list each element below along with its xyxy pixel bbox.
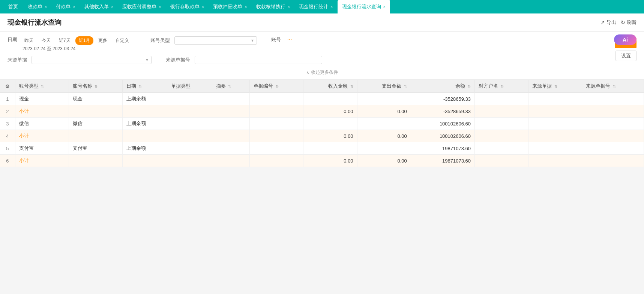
cell-expense: 0.00 <box>357 155 411 167</box>
row-index: 1 <box>0 93 15 105</box>
cell-source-doc-no <box>582 130 644 142</box>
close-tab-7-icon[interactable]: × <box>330 4 333 9</box>
source-doc-no-input[interactable] <box>195 56 322 64</box>
close-tab-4-icon[interactable]: × <box>202 4 204 9</box>
nav-tab-0[interactable]: 收款单 × <box>23 0 51 13</box>
cell-balance: -3528659.33 <box>411 105 474 118</box>
cell-balance: -3528659.33 <box>411 93 474 105</box>
cell-counterpart <box>475 142 528 155</box>
col-doc-no[interactable]: 单据编号 ⇅ <box>250 80 303 93</box>
col-counterpart[interactable]: 对方户名 ⇅ <box>475 80 528 93</box>
close-tab-8-icon[interactable]: × <box>383 4 386 9</box>
close-tab-1-icon[interactable]: × <box>73 4 75 9</box>
cell-source-doc-no <box>582 105 644 118</box>
ai-button[interactable]: Ai <box>614 34 636 45</box>
nav-tab-4[interactable]: 银行存取款单 × <box>166 0 209 13</box>
close-tab-5-icon[interactable]: × <box>245 4 247 9</box>
table-row[interactable]: 2 小计 0.00 0.00 -3528659.33 <box>0 105 644 118</box>
cell-account-name <box>69 155 122 167</box>
collapse-up-icon: ∧ <box>306 70 309 75</box>
cell-counterpart <box>475 155 528 167</box>
date-btn-yesterday[interactable]: 昨天 <box>21 36 37 45</box>
cell-date: 上期余额 <box>122 142 167 155</box>
date-btn-more[interactable]: 更多 <box>95 36 111 45</box>
cell-source-doc <box>528 93 582 105</box>
sort-date-icon: ⇅ <box>139 84 142 88</box>
account-type-select[interactable]: ▾ <box>174 36 257 45</box>
cell-expense <box>357 118 411 130</box>
cell-date: 上期余额 <box>122 118 167 130</box>
date-btn-1month[interactable]: 近1月 <box>75 36 94 45</box>
close-tab-0-icon[interactable]: × <box>45 4 47 9</box>
cell-income: 0.00 <box>303 130 357 142</box>
cell-balance: 100102606.60 <box>411 130 474 142</box>
table-header-row: ⚙ 账号类型 ⇅ 账号名称 ⇅ 日期 ⇅ 单据类型 摘要 <box>0 80 644 93</box>
sort-counterpart-icon: ⇅ <box>501 84 504 88</box>
nav-tab-3[interactable]: 应收应付调整单 × <box>118 0 165 13</box>
collapse-bar[interactable]: ∧ 收起更多条件 <box>8 69 636 76</box>
col-balance[interactable]: 余额 ⇅ <box>411 80 474 93</box>
date-options: 昨天 今天 近7天 近1月 更多 自定义 <box>21 36 132 45</box>
cell-summary <box>212 155 250 167</box>
close-tab-3-icon[interactable]: × <box>159 4 161 9</box>
nav-home[interactable]: 首页 <box>3 3 23 10</box>
col-account-type[interactable]: 账号类型 ⇅ <box>15 80 69 93</box>
cell-account-type: 现金 <box>15 93 69 105</box>
cell-income <box>303 93 357 105</box>
nav-tab-2[interactable]: 其他收入单 × <box>80 0 118 13</box>
col-income[interactable]: 收入金额 ⇅ <box>303 80 357 93</box>
cell-account-type: 小计 <box>15 105 69 118</box>
cell-counterpart <box>475 93 528 105</box>
row-index: 4 <box>0 130 15 142</box>
cell-doc-no <box>250 142 303 155</box>
cell-doc-no <box>250 105 303 118</box>
cell-doc-no <box>250 93 303 105</box>
date-btn-custom[interactable]: 自定义 <box>112 36 132 45</box>
date-btn-7days[interactable]: 近7天 <box>56 36 74 45</box>
nav-tab-1[interactable]: 付款单 × <box>51 0 80 13</box>
table-row[interactable]: 3 微信 微信 上期余额 100102606.60 <box>0 118 644 130</box>
col-expense[interactable]: 支出金额 ⇅ <box>357 80 411 93</box>
cell-date <box>122 130 167 142</box>
cell-source-doc <box>528 118 582 130</box>
col-doc-type[interactable]: 单据类型 <box>167 80 212 93</box>
col-summary[interactable]: 摘要 ⇅ <box>212 80 250 93</box>
table-row[interactable]: 1 现金 现金 上期余额 -3528659.33 <box>0 93 644 105</box>
cell-date <box>122 155 167 167</box>
table-row[interactable]: 6 小计 0.00 0.00 19871073.60 <box>0 155 644 167</box>
cell-balance: 100102606.60 <box>411 118 474 130</box>
cell-doc-type <box>167 118 212 130</box>
nav-tab-6[interactable]: 收款核销执行 × <box>252 0 294 13</box>
table-row[interactable]: 4 小计 0.00 0.00 100102606.60 <box>0 130 644 142</box>
nav-tab-7[interactable]: 现金银行统计 × <box>294 0 337 13</box>
nav-tab-5[interactable]: 预收冲应收单 × <box>209 0 251 13</box>
close-tab-6-icon[interactable]: × <box>288 4 290 9</box>
source-doc-chevron-icon: ▾ <box>146 57 148 63</box>
cell-expense: 0.00 <box>357 105 411 118</box>
col-source-doc-no[interactable]: 来源单据号 ⇅ <box>582 80 644 93</box>
cell-doc-type <box>167 155 212 167</box>
col-date[interactable]: 日期 ⇅ <box>122 80 167 93</box>
sort-doc-no-icon: ⇅ <box>276 84 279 88</box>
source-doc-select[interactable]: ▾ <box>32 56 152 64</box>
cell-counterpart <box>475 105 528 118</box>
account-dots-button[interactable]: ··· <box>285 36 293 43</box>
col-source-doc[interactable]: 来源单据 ⇅ <box>528 80 582 93</box>
cell-doc-type <box>167 142 212 155</box>
cell-income: 0.00 <box>303 155 357 167</box>
settings-button[interactable]: 设置 <box>615 51 636 61</box>
cell-summary <box>212 142 250 155</box>
cell-expense <box>357 142 411 155</box>
nav-tab-8[interactable]: 现金银行流水查询 × <box>338 0 390 13</box>
export-button[interactable]: ↗ 导出 <box>600 19 616 26</box>
column-settings-icon[interactable]: ⚙ <box>0 80 15 93</box>
col-account-name[interactable]: 账号名称 ⇅ <box>69 80 122 93</box>
close-tab-2-icon[interactable]: × <box>111 4 113 9</box>
refresh-button[interactable]: ↻ 刷新 <box>621 19 636 26</box>
cell-account-type: 小计 <box>15 130 69 142</box>
table-row[interactable]: 5 支付宝 支付宝 上期余额 19871073.60 <box>0 142 644 155</box>
sort-summary-icon: ⇅ <box>228 84 231 88</box>
cell-balance: 19871073.60 <box>411 155 474 167</box>
date-btn-today[interactable]: 今天 <box>38 36 54 45</box>
row-index: 2 <box>0 105 15 118</box>
